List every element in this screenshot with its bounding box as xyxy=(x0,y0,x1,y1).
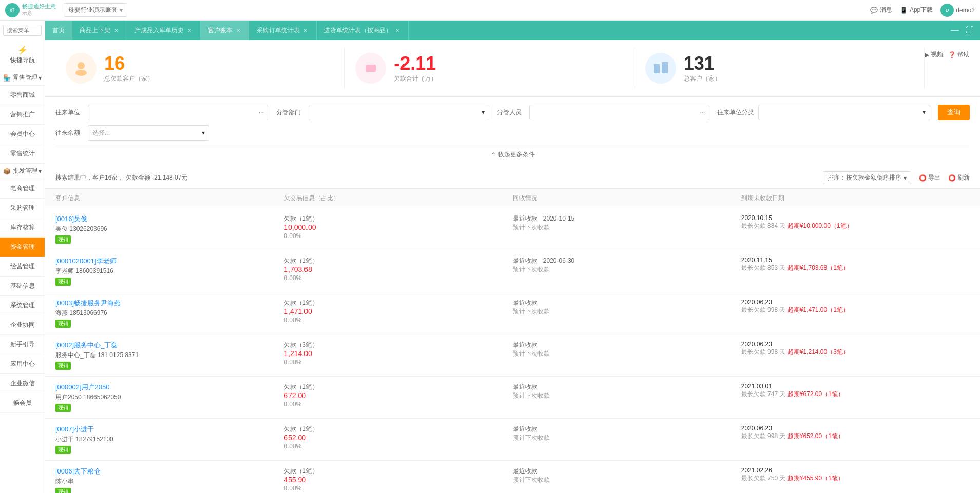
sidebar-item-system[interactable]: 系统管理 xyxy=(0,296,45,315)
sidebar-item-app-center[interactable]: 应用中心 xyxy=(0,354,45,374)
overdue-amount-3[interactable]: 超期¥1,471.00（1笔） xyxy=(787,306,849,313)
tab-customer-account[interactable]: 客户账本 ✕ xyxy=(201,21,249,40)
tab-product-status-label: 商品上下架 xyxy=(80,26,110,35)
sidebar-item-new-guide[interactable]: 新手引导 xyxy=(0,335,45,354)
sidebar-item-member[interactable]: 会员中心 xyxy=(0,125,45,144)
collection-cell-5: 最近收款 预计下次收款 xyxy=(513,383,741,400)
results-summary-text: 搜索结果中，客户16家 xyxy=(55,174,118,181)
sidebar-item-label: 资金管理 xyxy=(3,243,42,251)
store-selector[interactable]: 母婴行业演示账套 ▾ xyxy=(64,3,127,17)
message-button[interactable]: 💬 消息 xyxy=(870,6,892,14)
overdue-amount-6[interactable]: 超期¥652.00（1笔） xyxy=(787,432,844,440)
debt-count-6: 欠款（1笔） xyxy=(284,425,512,433)
collection-label-7: 最近收款 xyxy=(513,467,741,476)
sidebar-item-batch-mgmt[interactable]: 📦 批发管理 ▾ xyxy=(0,164,45,179)
sidebar-item-retail-stats[interactable]: 零售统计 xyxy=(0,144,45,164)
sidebar-item-inventory[interactable]: 库存核算 xyxy=(0,218,45,238)
tab-purchase-order-summary-close[interactable]: ✕ xyxy=(302,27,309,34)
sidebar-item-ecommerce[interactable]: 电商管理 xyxy=(0,179,45,199)
tab-purchase-order-summary[interactable]: 采购订单统计表 ✕ xyxy=(249,21,317,40)
overdue-amount-4[interactable]: 超期¥1,214.00（3笔） xyxy=(787,348,849,356)
balance-select[interactable]: 选择... ▾ xyxy=(88,125,209,141)
manager-input[interactable]: ··· xyxy=(529,105,710,120)
tab-home[interactable]: 首页 xyxy=(45,21,72,40)
tab-purchase-summary-close[interactable]: ✕ xyxy=(394,27,401,34)
sidebar-item-enterprise-wechat[interactable]: 企业微信 xyxy=(0,374,45,393)
svg-point-0 xyxy=(78,62,85,69)
sort-selector[interactable]: 排序：按欠款金额倒序排序 ▾ xyxy=(823,171,911,184)
sidebar-item-marketing[interactable]: 营销推广 xyxy=(0,105,45,125)
tab-product-status[interactable]: 商品上下架 ✕ xyxy=(72,21,127,40)
next-payment-7: 预计下次收款 xyxy=(513,476,741,484)
refresh-icon: ⭕ xyxy=(948,174,956,182)
overdue-amount-7[interactable]: 超期¥455.90（1笔） xyxy=(787,475,844,482)
sidebar-item-basic-info[interactable]: 基础信息 xyxy=(0,277,45,296)
dept-select[interactable]: ▾ xyxy=(309,105,489,120)
sidebar-item-finance[interactable]: 资金管理 xyxy=(0,238,45,257)
manager-ellipsis[interactable]: ··· xyxy=(700,109,705,116)
table-row-7: [0006]去下粮仓 陈小串 现销 欠款（1笔） 455.90 0.00% xyxy=(45,461,980,493)
sidebar-item-label: 营销推广 xyxy=(3,110,42,119)
sidebar-item-label: 库存核算 xyxy=(3,223,42,232)
logo-text: 畅捷通好生意 xyxy=(22,3,56,10)
collection-cell-3: 最近收款 预计下次收款 xyxy=(513,299,741,316)
customer-name-5[interactable]: [000002]用户2050 xyxy=(55,383,110,391)
customer-name-7[interactable]: [0006]去下粮仓 xyxy=(55,467,101,475)
balance-placeholder: 选择... xyxy=(92,129,110,137)
overdue-amount-1[interactable]: 超期¥10,000.00（1笔） xyxy=(787,222,853,229)
sidebar-item-label: 经营管理 xyxy=(3,262,42,271)
customer-name-6[interactable]: [0007]小进干 xyxy=(55,425,94,433)
overdue-amount-5[interactable]: 超期¥672.00（1笔） xyxy=(787,390,844,398)
tab-production-history[interactable]: 产成品入库单历史 ✕ xyxy=(127,21,201,40)
sidebar-item-vip-member[interactable]: 畅会员 xyxy=(0,393,45,413)
overdue-info-6: 最长欠款 998 天 超期¥652.00（1笔） xyxy=(741,432,970,441)
debt-count-5: 欠款（1笔） xyxy=(284,383,512,391)
from-unit-ellipsis[interactable]: ··· xyxy=(259,109,264,116)
sidebar-item-enterprise-collab[interactable]: 企业协同 xyxy=(0,315,45,335)
video-help-button[interactable]: ▶ 视频 xyxy=(925,50,943,59)
from-unit-input[interactable]: ··· xyxy=(88,105,268,120)
customer-name-3[interactable]: [0003]畅捷服务尹海燕 xyxy=(55,299,121,307)
filter-from-unit: 往来单位 ··· xyxy=(55,105,268,120)
header-collection: 回收情况 xyxy=(513,194,741,203)
user-button[interactable]: D demo2 xyxy=(940,4,975,17)
tab-minimize-icon[interactable]: — xyxy=(949,24,961,37)
customer-name-4[interactable]: [0002]服务中心_丁磊 xyxy=(55,341,118,349)
refresh-button[interactable]: ⭕ 刷新 xyxy=(948,173,970,182)
sidebar-item-operation[interactable]: 经营管理 xyxy=(0,257,45,277)
tab-purchase-summary-label: 进货单统计表（按商品） xyxy=(324,26,392,35)
help-button[interactable]: ❓ 帮助 xyxy=(948,50,970,59)
sidebar-item-retail-mgmt[interactable]: 🏪 零售管理 ▾ xyxy=(0,70,45,86)
next-payment-3: 预计下次收款 xyxy=(513,307,741,316)
customer-contact-7: 陈小串 xyxy=(55,477,284,486)
query-button[interactable]: 查询 xyxy=(938,105,970,120)
tab-expand-icon[interactable]: ⛶ xyxy=(964,24,976,37)
debt-info-cell-3: 欠款（1笔） 1,471.00 0.00% xyxy=(284,299,512,324)
summary-card-total-debt: -2.11 欠款合计（万） xyxy=(345,48,635,89)
message-label: 消息 xyxy=(880,6,892,14)
tab-product-status-close[interactable]: ✕ xyxy=(112,27,120,34)
collapse-up-icon: ⌃ xyxy=(491,151,496,159)
app-download-button[interactable]: 📱 App下载 xyxy=(900,6,933,14)
sidebar-item-purchase[interactable]: 采购管理 xyxy=(0,199,45,218)
debt-percent-3: 0.00% xyxy=(284,317,512,324)
customer-name-2[interactable]: [0001020001]李老师 xyxy=(55,257,117,265)
export-button[interactable]: ⭕ 导出 xyxy=(919,173,940,182)
dept-label: 分管部门 xyxy=(276,108,304,117)
collapse-label: 收起更多条件 xyxy=(498,150,535,159)
sidebar-item-quick-nav[interactable]: ⚡ 快捷导航 xyxy=(0,40,45,70)
tab-production-history-close[interactable]: ✕ xyxy=(186,27,193,34)
collapse-button[interactable]: ⌃ 收起更多条件 xyxy=(55,146,970,162)
sidebar-search-input[interactable] xyxy=(3,25,42,36)
video-icon: ▶ xyxy=(925,51,929,58)
tab-purchase-summary[interactable]: 进货单统计表（按商品） ✕ xyxy=(317,21,409,40)
debt-count-4: 欠款（3笔） xyxy=(284,341,512,349)
debt-percent-5: 0.00% xyxy=(284,401,512,408)
customer-name-1[interactable]: [0016]吴俊 xyxy=(55,215,87,223)
unit-category-select[interactable]: ▾ xyxy=(758,105,930,120)
tab-customer-account-close[interactable]: ✕ xyxy=(235,27,242,34)
customer-contact-2: 李老师 18600391516 xyxy=(55,267,284,275)
overdue-amount-2[interactable]: 超期¥1,703.68（1笔） xyxy=(787,264,849,271)
sidebar-item-retail-mall[interactable]: 零售商城 xyxy=(0,86,45,105)
balance-chevron: ▾ xyxy=(202,129,205,136)
